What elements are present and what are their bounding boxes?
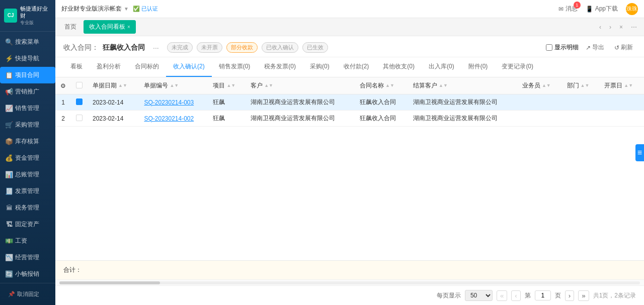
page-size-label: 每页显示 — [437, 291, 461, 300]
page-input[interactable] — [535, 290, 551, 300]
tab-nav-next[interactable]: › — [606, 23, 614, 32]
sub-tab-changes[interactable]: 变更记录(0) — [495, 57, 540, 77]
sidebar-item-营销推广[interactable]: 📢营销推广 — [0, 83, 55, 100]
sub-tab-items[interactable]: 合同标的 — [128, 57, 166, 77]
sub-tab-attachment[interactable]: 附件(0) — [461, 57, 495, 77]
th-date-label: 单据日期 — [93, 81, 117, 90]
sidebar-item-总账管理[interactable]: 📊总账管理 — [0, 166, 55, 183]
th-settings: ⚙ — [55, 77, 71, 94]
message-button[interactable]: ✉ 消息 1 — [558, 5, 578, 13]
contract-header: 收入合同： 狂飙收入合同 ··· 未完成 未开票 部分收款 已收入确认 已生效 … — [55, 36, 644, 57]
tab-contract-board[interactable]: 收入合同看板 × — [84, 20, 136, 34]
nav-icon: 📉 — [5, 253, 13, 261]
table-wrap: ⚙ 单据日期 ▲▼ 单据编号 — [55, 77, 644, 260]
row-checkbox[interactable] — [76, 115, 83, 121]
row-checkbox[interactable] — [76, 98, 83, 105]
page-size-select[interactable]: 50 100 200 — [465, 290, 493, 301]
close-icon[interactable]: × — [127, 24, 130, 30]
table-row[interactable]: 1 2023-02-14 SQ-20230214-003 狂飙 湖南卫视商业运营… — [55, 94, 644, 111]
page-total: 共1页，2条记录 — [593, 291, 636, 300]
sidebar-item-搜索菜单[interactable]: 🔍搜索菜单 — [0, 34, 55, 50]
th-date: 单据日期 ▲▼ — [88, 77, 139, 94]
row-check-cell[interactable] — [71, 111, 88, 127]
sidebar-item-快捷导航[interactable]: ⚡快捷导航 — [0, 50, 55, 67]
th-salesperson: 业务员 ▲▼ — [517, 77, 562, 94]
message-badge: 1 — [574, 2, 581, 9]
sub-tab-purchase[interactable]: 采购(0) — [303, 57, 337, 77]
pagination: 每页显示 50 100 200 « ‹ 第 页 › » 共1页，2条记录 — [55, 285, 644, 305]
cell-salesperson — [517, 94, 562, 111]
pin-icon: 📌 — [8, 291, 15, 297]
sidebar-item-label: 营销推广 — [15, 87, 39, 96]
nav-icon: 📊 — [5, 170, 13, 178]
scrollbar-thumb[interactable] — [59, 281, 160, 284]
th-code: 单据编号 ▲▼ — [139, 77, 208, 94]
detail-checkbox-input[interactable] — [546, 44, 552, 51]
sidebar-item-label: 固定资产 — [15, 220, 39, 229]
sub-tab-sales-invoice[interactable]: 销售发票(0) — [212, 57, 258, 77]
show-detail-checkbox[interactable]: 显示明细 — [546, 43, 579, 52]
sub-tab-other[interactable]: 其他收支(0) — [376, 57, 422, 77]
nav-icon: ⚡ — [5, 54, 13, 62]
sub-tab-payment[interactable]: 收付款(2) — [337, 57, 376, 77]
app-download-button[interactable]: 📱 App下载 — [586, 5, 618, 13]
tab-bar: 首页 收入合同看板 × ‹ › × ⋯ — [55, 18, 644, 36]
sidebar-item-资金管理[interactable]: 💰资金管理 — [0, 150, 55, 166]
status-effective[interactable]: 已生效 — [302, 42, 328, 53]
sub-tab-profit[interactable]: 盈利分析 — [90, 57, 128, 77]
tab-nav-menu[interactable]: ⋯ — [628, 23, 640, 32]
record-link[interactable]: SQ-20230214-003 — [144, 99, 194, 106]
company-selector[interactable]: 好业财专业版演示帐套 ▼ — [61, 5, 129, 13]
tab-nav-prev[interactable]: ‹ — [596, 23, 604, 32]
cell-department — [562, 111, 600, 127]
table-row[interactable]: 2 2023-02-14 SQ-20230214-002 狂飙 湖南卫视商业运营… — [55, 111, 644, 127]
status-partial-received[interactable]: 部分收款 — [226, 42, 258, 53]
sort-icon: ▲▼ — [118, 83, 127, 88]
tab-home[interactable]: 首页 — [59, 21, 82, 33]
sidebar-item-经营管理[interactable]: 📉经营管理 — [0, 249, 55, 266]
sidebar-item-固定资产[interactable]: 🏗固定资产 — [0, 216, 55, 233]
sidebar-item-税务管理[interactable]: 🏛税务管理 — [0, 199, 55, 216]
user-avatar[interactable]: 珠珠 — [626, 3, 638, 15]
sub-tab-income-confirm[interactable]: 收入确认(2) — [166, 57, 212, 77]
record-link[interactable]: SQ-20230214-002 — [144, 115, 194, 122]
sub-tab-tax-invoice[interactable]: 税务发票(0) — [257, 57, 303, 77]
sub-tab-dashboard[interactable]: 看板 — [63, 57, 90, 77]
download-icon: 📱 — [586, 6, 593, 13]
sidebar-item-销售管理[interactable]: 📈销售管理 — [0, 100, 55, 117]
last-page-button[interactable]: » — [578, 290, 589, 301]
status-uninvoiced[interactable]: 未开票 — [197, 42, 222, 53]
first-page-button[interactable]: « — [497, 290, 507, 301]
sidebar-item-工资[interactable]: 💵工资 — [0, 233, 55, 249]
sidebar-item-小畅报销[interactable]: 🔄小畅报销 — [0, 266, 55, 282]
sub-tab-warehouse[interactable]: 出入库(0) — [422, 57, 461, 77]
more-options-button[interactable]: ··· — [153, 44, 159, 52]
sidebar-item-库存核算[interactable]: 📦库存核算 — [0, 133, 55, 150]
logo-sub: 专业版 — [20, 20, 51, 26]
sort-icon: ▲▼ — [439, 83, 448, 88]
sidebar-item-label: 项目合同 — [15, 71, 39, 79]
contract-title-label: 收入合同： — [63, 43, 99, 52]
next-page-button[interactable]: › — [565, 290, 574, 301]
sidebar-item-项目合同[interactable]: 📋项目合同 — [0, 67, 55, 83]
sidebar-item-label: 搜索菜单 — [15, 38, 39, 46]
sidebar-nav-list: 🔍搜索菜单⚡快捷导航📋项目合同📢营销推广📈销售管理🛒采购管理📦库存核算💰资金管理… — [0, 32, 55, 283]
select-all-checkbox[interactable] — [76, 82, 83, 88]
prev-page-button[interactable]: ‹ — [511, 290, 520, 301]
horizontal-scrollbar[interactable] — [55, 279, 644, 285]
settings-icon[interactable]: ⚙ — [60, 82, 66, 89]
unpin-button[interactable]: 📌 取消固定 — [4, 287, 51, 301]
sidebar-item-采购管理[interactable]: 🛒采购管理 — [0, 117, 55, 133]
status-income-confirmed[interactable]: 已收入确认 — [262, 42, 298, 53]
sidebar-item-label: 发票管理 — [15, 187, 39, 195]
tab-nav-close[interactable]: × — [616, 23, 626, 32]
right-side-indicator[interactable]: ≡ — [635, 144, 644, 161]
status-incomplete[interactable]: 未完成 — [167, 42, 193, 53]
sidebar-logo: CJ 畅捷通好业财 专业版 — [0, 0, 55, 32]
refresh-button[interactable]: ↺ 刷新 — [611, 42, 636, 53]
th-department-label: 部门 — [567, 81, 579, 90]
row-check-cell[interactable] — [71, 94, 88, 111]
sort-icon: ▲▼ — [226, 83, 235, 88]
export-button[interactable]: ↗ 导出 — [583, 42, 607, 53]
sidebar-item-发票管理[interactable]: 🧾发票管理 — [0, 183, 55, 199]
